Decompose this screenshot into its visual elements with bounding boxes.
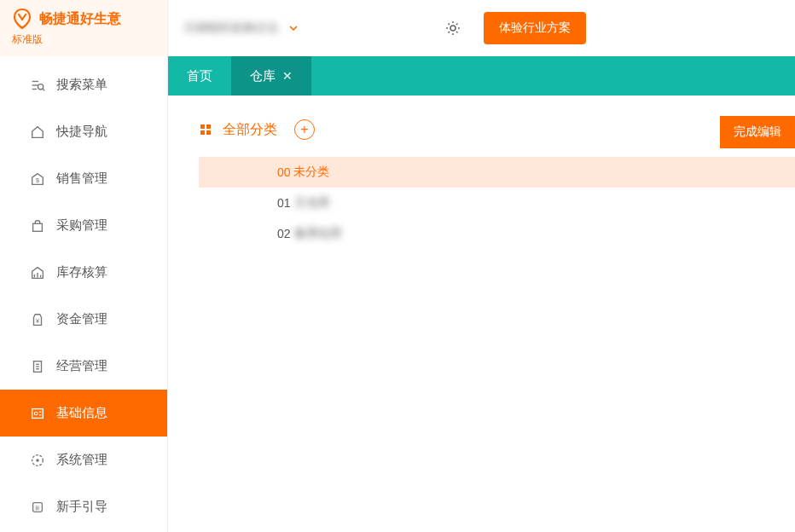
menu-item-baseinfo[interactable]: 基础信息 bbox=[0, 390, 167, 437]
chevron-down-icon bbox=[287, 22, 299, 34]
menu-item-business[interactable]: 经营管理 bbox=[0, 343, 167, 390]
svg-text:¥: ¥ bbox=[36, 316, 40, 324]
newbie-icon: 新 bbox=[29, 499, 46, 516]
category-name: 备用仓库 bbox=[294, 226, 342, 241]
category-code: 00 bbox=[277, 165, 291, 179]
svg-point-16 bbox=[34, 412, 38, 415]
svg-text:$: $ bbox=[36, 176, 39, 183]
menu-label: 新手引导 bbox=[56, 499, 107, 515]
menu-label: 经营管理 bbox=[56, 358, 107, 374]
close-icon[interactable]: ✕ bbox=[282, 69, 293, 83]
category-header: 全部分类 + bbox=[168, 119, 795, 140]
tab-warehouse[interactable]: 仓库 ✕ bbox=[231, 56, 311, 95]
brand-title: 畅捷通好生意 bbox=[39, 10, 121, 28]
svg-point-23 bbox=[450, 26, 456, 31]
menu-label: 采购管理 bbox=[56, 217, 107, 234]
tabbar: 首页 仓库 ✕ bbox=[168, 56, 795, 95]
plus-icon: + bbox=[300, 122, 308, 137]
grid-icon bbox=[199, 123, 212, 136]
purchase-icon bbox=[29, 217, 46, 234]
topbar: 示例组织名称占位 体验行业方案 bbox=[168, 0, 795, 56]
svg-line-4 bbox=[43, 89, 44, 90]
gear-icon bbox=[444, 20, 461, 37]
org-selector[interactable]: 示例组织名称占位 bbox=[183, 20, 422, 36]
logo-area: 畅捷通好生意 标准版 bbox=[0, 0, 167, 56]
svg-rect-6 bbox=[33, 223, 43, 231]
svg-text:新: 新 bbox=[35, 504, 40, 510]
svg-rect-26 bbox=[200, 130, 205, 135]
menu-item-search[interactable]: 搜索菜单 bbox=[0, 61, 167, 108]
svg-point-20 bbox=[36, 459, 39, 462]
done-edit-button[interactable]: 完成编辑 bbox=[720, 116, 795, 148]
sale-icon: $ bbox=[29, 171, 46, 188]
menu-item-purchase[interactable]: 采购管理 bbox=[0, 202, 167, 249]
category-code: 02 bbox=[277, 227, 291, 240]
all-categories-label: 全部分类 bbox=[223, 121, 277, 139]
category-name: 未分类 bbox=[293, 165, 329, 180]
money-icon: ¥ bbox=[29, 311, 46, 328]
menu-label: 系统管理 bbox=[56, 452, 107, 468]
menu-label: 资金管理 bbox=[56, 311, 107, 327]
menu-label: 库存核算 bbox=[56, 264, 107, 280]
category-row[interactable]: 02备用仓库 bbox=[199, 218, 795, 249]
content-panel: 全部分类 + 完成编辑 00 未分类 01主仓库 02备用仓库 bbox=[168, 95, 795, 532]
menu-label: 搜索菜单 bbox=[56, 77, 107, 93]
add-category-button[interactable]: + bbox=[294, 119, 315, 140]
biz-icon bbox=[29, 358, 46, 375]
try-industry-button[interactable]: 体验行业方案 bbox=[484, 12, 586, 44]
menu-item-system[interactable]: 系统管理 bbox=[0, 437, 167, 483]
tab-label: 仓库 bbox=[250, 68, 276, 84]
system-icon bbox=[29, 452, 46, 469]
main-menu: 搜索菜单 快捷导航 $ 销售管理 采购管理 库存核算 ¥ 资金管理 bbox=[0, 56, 167, 530]
tab-home[interactable]: 首页 bbox=[168, 56, 231, 95]
menu-item-funds[interactable]: ¥ 资金管理 bbox=[0, 296, 167, 343]
category-code: 01 bbox=[277, 196, 291, 210]
menu-item-quicknav[interactable]: 快捷导航 bbox=[0, 108, 167, 155]
tab-label: 首页 bbox=[187, 68, 212, 84]
menu-item-sales[interactable]: $ 销售管理 bbox=[0, 155, 167, 202]
category-row[interactable]: 00 未分类 bbox=[199, 157, 795, 188]
org-name: 示例组织名称占位 bbox=[183, 20, 279, 36]
menu-item-inventory[interactable]: 库存核算 bbox=[0, 249, 167, 296]
settings-button[interactable] bbox=[441, 16, 465, 40]
category-row[interactable]: 01主仓库 bbox=[199, 188, 795, 218]
svg-rect-24 bbox=[200, 124, 205, 129]
svg-rect-27 bbox=[206, 130, 211, 135]
home-icon bbox=[29, 124, 46, 141]
baseinfo-icon bbox=[29, 405, 46, 422]
category-list: 00 未分类 01主仓库 02备用仓库 bbox=[168, 157, 795, 249]
category-name: 主仓库 bbox=[294, 195, 330, 211]
search-icon bbox=[29, 77, 46, 94]
svg-rect-25 bbox=[206, 124, 211, 129]
sidebar: 畅捷通好生意 标准版 搜索菜单 快捷导航 $ 销售管理 采购管理 bbox=[0, 0, 168, 532]
svg-point-3 bbox=[38, 84, 43, 89]
main-area: 示例组织名称占位 体验行业方案 首页 仓库 ✕ 全部分类 + bbox=[168, 0, 795, 532]
menu-label: 销售管理 bbox=[56, 171, 107, 187]
brand-edition: 标准版 bbox=[12, 32, 157, 47]
menu-label: 基础信息 bbox=[56, 405, 107, 421]
menu-label: 快捷导航 bbox=[56, 124, 107, 140]
menu-item-newbie[interactable]: 新 新手引导 bbox=[0, 483, 167, 530]
logo-icon bbox=[10, 7, 34, 31]
inventory-icon bbox=[29, 264, 46, 281]
